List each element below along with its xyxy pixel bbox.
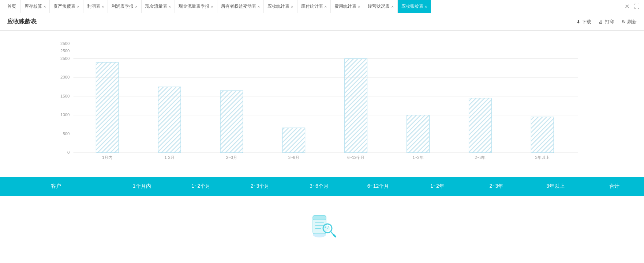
th-label: 客户 [51, 183, 61, 189]
close-icon[interactable]: × [169, 4, 171, 9]
close-icon[interactable]: × [391, 4, 393, 9]
chart-container: 0 500 1000 1500 2000 2500 2500 2500 [15, 38, 629, 166]
svg-text:500: 500 [63, 132, 70, 136]
page-header: 应收账龄表 ⬇ 下载 🖨 打印 ↻ 刷新 [0, 13, 644, 31]
svg-text:2500: 2500 [60, 56, 70, 61]
bar-3-6月 [282, 128, 305, 153]
svg-line-32 [333, 235, 336, 237]
svg-text:2~3年: 2~3年 [475, 155, 486, 160]
svg-text:1000: 1000 [60, 113, 70, 117]
svg-point-35 [328, 226, 329, 227]
th-2-3month: 2~3个月 [231, 183, 289, 190]
empty-illustration [306, 208, 338, 242]
th-3year-plus: 3年以上 [526, 183, 585, 190]
bar-1-2月 [158, 87, 181, 153]
tab-label: 现金流量表季报 [179, 3, 209, 9]
tab-home[interactable]: 首页 [3, 0, 21, 13]
bar-3年以上 [531, 117, 554, 153]
tab-label: 现金流量表 [145, 3, 167, 9]
th-6-12month: 6~12个月 [349, 183, 408, 190]
refresh-button[interactable]: ↻ 刷新 [622, 19, 637, 25]
svg-text:1-2月: 1-2月 [164, 155, 174, 160]
page-title: 应收账龄表 [7, 18, 37, 26]
download-button[interactable]: ⬇ 下载 [576, 19, 591, 25]
close-icon[interactable]: × [425, 4, 427, 9]
window-controls: ✕ ⛶ [625, 3, 641, 10]
main-content: 0 500 1000 1500 2000 2500 2500 2500 [0, 31, 644, 263]
tab-cashflow[interactable]: 现金流量表 × [142, 0, 175, 13]
th-label: 1~2年 [430, 183, 444, 189]
svg-text:2~3月: 2~3月 [226, 155, 237, 160]
close-icon[interactable]: × [44, 4, 46, 9]
tab-balance[interactable]: 资产负债表 × [50, 0, 83, 13]
minimize-button[interactable]: ✕ [625, 3, 629, 10]
close-icon[interactable]: × [135, 4, 137, 9]
close-icon[interactable]: × [358, 4, 360, 9]
bar-2-3月 [220, 91, 243, 153]
tab-label: 费用统计表 [334, 3, 356, 9]
empty-icon [306, 208, 338, 241]
th-label: 2~3年 [489, 183, 503, 189]
tab-profit[interactable]: 利润表 × [83, 0, 108, 13]
tab-expense-stat[interactable]: 费用统计表 × [331, 0, 364, 13]
th-label: 3年以上 [546, 183, 565, 189]
tab-label: 应收账龄表 [401, 3, 423, 9]
th-3-6month: 3~6个月 [289, 183, 348, 190]
tab-cashflow-quarter[interactable]: 现金流量表季报 × [175, 0, 217, 13]
th-label: 3~6个月 [310, 183, 329, 189]
svg-text:6~12个月: 6~12个月 [347, 155, 364, 160]
th-1-2month: 1~2个月 [171, 183, 230, 190]
tab-inventory[interactable]: 库存核算 × [21, 0, 50, 13]
th-1month: 1个月内 [112, 183, 171, 190]
bar-1-2年 [407, 115, 430, 153]
close-icon[interactable]: × [211, 4, 213, 9]
close-icon[interactable]: × [102, 4, 104, 9]
th-customer: 客户 [0, 183, 112, 190]
home-tab-label: 首页 [7, 3, 16, 9]
print-button[interactable]: 🖨 打印 [599, 19, 614, 25]
tab-label: 库存核算 [25, 3, 42, 9]
th-label: 合计 [609, 183, 619, 189]
th-total: 合计 [585, 183, 644, 190]
tab-bar: 首页 库存核算 × 资产负债表 × 利润表 × 利润表季报 × 现金流量表 × … [0, 0, 644, 13]
tab-receivable-stat[interactable]: 应收统计表 × [264, 0, 297, 13]
svg-text:2500: 2500 [60, 49, 70, 53]
svg-point-34 [327, 228, 328, 229]
tab-payable-stat[interactable]: 应付统计表 × [297, 0, 331, 13]
tab-aging[interactable]: 应收账龄表 × [398, 0, 431, 13]
tab-label: 资产负债表 [53, 3, 75, 9]
tab-label: 利润表季报 [112, 3, 134, 9]
refresh-icon: ↻ [622, 19, 626, 24]
bar-1月内 [96, 62, 119, 153]
svg-text:1500: 1500 [60, 94, 70, 98]
tab-label: 应付统计表 [301, 3, 323, 9]
th-label: 6~12个月 [367, 183, 389, 189]
close-icon[interactable]: × [291, 4, 293, 9]
svg-rect-25 [313, 216, 326, 220]
tab-label: 经营状况表 [368, 3, 390, 9]
tab-label: 利润表 [87, 3, 100, 9]
th-2-3year: 2~3年 [467, 183, 526, 190]
tab-label: 应收统计表 [267, 3, 289, 9]
tab-label: 所有者权益变动表 [221, 3, 256, 9]
close-icon[interactable]: × [325, 4, 327, 9]
tab-operation[interactable]: 经营状况表 × [364, 0, 397, 13]
th-1-2year: 1~2年 [408, 183, 467, 190]
close-icon[interactable]: × [77, 4, 79, 9]
th-label: 1个月内 [133, 183, 151, 189]
tab-equity[interactable]: 所有者权益变动表 × [217, 0, 264, 13]
bar-2-3年 [469, 98, 491, 153]
bar-chart: 0 500 1000 1500 2000 2500 2500 2500 [15, 38, 629, 166]
svg-text:3年以上: 3年以上 [535, 155, 550, 160]
maximize-button[interactable]: ⛶ [634, 3, 640, 10]
tab-profit-quarter[interactable]: 利润表季报 × [108, 0, 141, 13]
empty-state [0, 196, 644, 254]
svg-text:2000: 2000 [60, 75, 70, 79]
close-icon[interactable]: × [258, 4, 260, 9]
chart-area: 0 500 1000 1500 2000 2500 2500 2500 [0, 31, 644, 177]
svg-text:2500: 2500 [60, 41, 70, 46]
svg-text:1月内: 1月内 [102, 155, 112, 160]
header-actions: ⬇ 下载 🖨 打印 ↻ 刷新 [576, 19, 637, 25]
svg-text:0: 0 [67, 150, 70, 155]
print-icon: 🖨 [599, 19, 603, 24]
